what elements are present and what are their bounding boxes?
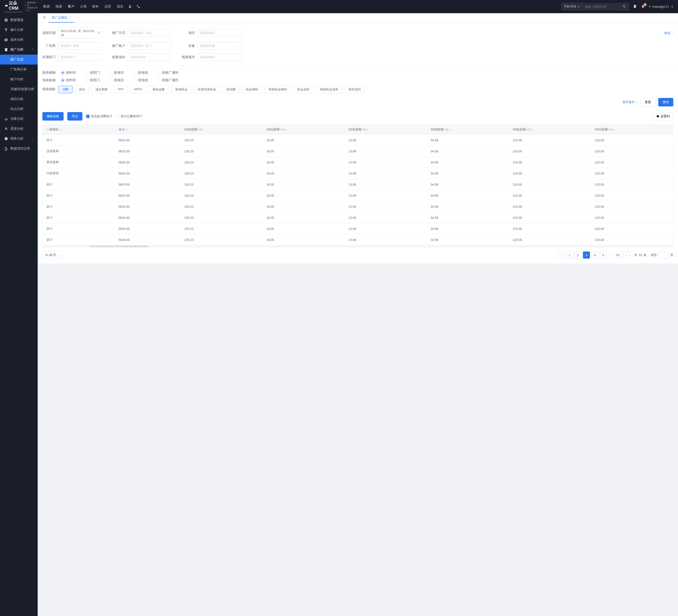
close-icon[interactable]: × [69, 16, 71, 20]
date-range-picker[interactable]: 2021-03-02 至 2021-03-16 [58, 27, 103, 38]
project-select[interactable]: 请选择项目⌄ [197, 29, 242, 37]
top-nav-item[interactable]: 数据 [43, 4, 50, 9]
x-axis-radio[interactable]: 按时间 [61, 71, 76, 75]
expand-conditions[interactable]: 展开条件⌄ [623, 100, 638, 104]
sidebar-item[interactable]: 渠道分析 [0, 124, 38, 134]
table-header[interactable]: 合计▲▼ [115, 124, 181, 135]
sidebar-item[interactable]: 数据流转记录 [0, 144, 38, 153]
collapse-link[interactable]: 收起⌃ [664, 31, 673, 35]
metric-tag[interactable]: 反馈无效机会 [194, 86, 220, 93]
user-menu[interactable]: manager11 ▼ [649, 5, 673, 8]
logo[interactable]: 云朵CRM www.yunduocrm.com 教育机构一站 式服务云平台 [5, 0, 38, 13]
sidebar-sub-item[interactable]: 站点分析 [0, 104, 38, 114]
switch-button[interactable]: 横纵切换 [42, 112, 64, 120]
table-header[interactable]: 3/02(星期一)▲▼ [181, 124, 263, 135]
mobile-icon[interactable] [633, 4, 637, 9]
y-axis-radio[interactable]: 按项目 [109, 78, 124, 82]
chevron-down-icon: ⌄ [98, 45, 100, 47]
phone-icon[interactable] [137, 4, 140, 9]
top-nav-item[interactable]: 运营 [105, 4, 111, 9]
metric-tag[interactable]: 新机会数 [149, 86, 169, 93]
metric-tag[interactable]: 消费 [59, 86, 73, 93]
x-axis-radio[interactable]: 按项目 [109, 71, 124, 75]
page-number[interactable]: 4 [591, 252, 598, 259]
sidebar-item[interactable]: 漏斗分析 [0, 25, 38, 35]
table-header[interactable]: 3/05(星期一)▲▼ [427, 124, 509, 135]
metric-tag[interactable]: 流水 [75, 86, 89, 93]
metric-tag[interactable]: 有效机会成本 [316, 86, 342, 93]
table-header[interactable]: 3/07(星期一)▲▼ [591, 124, 673, 135]
tab-label: 推广总预览 [52, 15, 67, 20]
y-axis-radio[interactable]: 按部门 [85, 78, 100, 82]
notification-icon[interactable]: 5 [641, 4, 645, 9]
device-select[interactable]: 请选择设备⌄ [197, 42, 242, 50]
page-jump-input[interactable] [658, 252, 669, 259]
table-cell: 130.23 [181, 223, 263, 234]
next-page[interactable]: › [623, 252, 630, 259]
top-nav-item[interactable]: 公海 [80, 4, 87, 9]
radio-icon [109, 71, 113, 74]
top-nav-item[interactable]: 报名 [117, 4, 123, 9]
menu-toggle[interactable] [40, 15, 48, 20]
metric-tag[interactable]: 成交单数 [91, 86, 112, 93]
y-axis-label: 报表纵轴 [42, 78, 55, 82]
x-axis-radio[interactable]: 按推广属性 [157, 71, 179, 75]
export-button[interactable]: 导出 [67, 112, 82, 120]
sidebar-sub-item[interactable]: 关键词/创意分析 [0, 84, 38, 94]
scrollbar[interactable] [43, 245, 673, 247]
deleted-checkbox[interactable]: 统计已删除用户 [116, 114, 142, 118]
metric-tag[interactable]: ARPU [130, 86, 146, 93]
dept-select[interactable]: 请选择部门⌄ [58, 53, 103, 61]
page-number[interactable]: 1 [566, 252, 573, 259]
method-select[interactable]: 请选择推广方式⌄ [127, 29, 172, 37]
account-select[interactable]: 请选择推广账户⌄ [127, 42, 172, 50]
metric-tag[interactable]: 机会成本 [293, 86, 313, 93]
y-axis-radio[interactable]: 按地域 [133, 78, 148, 82]
page-number[interactable]: 2 [574, 252, 581, 259]
sidebar-sub-item[interactable]: 广告商分析 [0, 65, 38, 74]
y-axis-radio[interactable]: 按推广属性 [157, 78, 179, 82]
metric-tag[interactable]: ROI [114, 86, 127, 93]
table-header[interactable]: 3/04(星期一)▲▼ [345, 124, 427, 135]
last-page[interactable]: 50 [614, 252, 622, 259]
page-number[interactable]: 5 [600, 252, 607, 259]
metric-tag[interactable]: 回访数 [223, 86, 240, 93]
metric-tag[interactable]: 有效机会销转 [265, 86, 291, 93]
top-nav-item[interactable]: 线索 [55, 4, 62, 9]
sidebar-item[interactable]: 数据看版 [0, 15, 38, 25]
sidebar-item[interactable]: 推广分析⌃ [0, 45, 38, 55]
search-type-select[interactable]: 手机号码 ▼ [561, 3, 582, 10]
table-header[interactable]: 3/06(星期一)▲▼ [509, 124, 591, 135]
page-size-select[interactable]: 10 条/页 ⌄ [42, 251, 62, 259]
cash-checkbox[interactable]: 按现金消费统计 [86, 114, 112, 118]
top-nav-item[interactable]: 客户 [68, 4, 74, 9]
sidebar-sub-item[interactable]: 账户分析 [0, 74, 38, 84]
x-axis-radio[interactable]: 按地域 [133, 71, 148, 75]
metric-tag[interactable]: 机会销转 [242, 86, 262, 93]
province-select[interactable]: 请选择省份⌄ [127, 53, 172, 61]
y-axis-radio[interactable]: 按时间 [61, 78, 76, 82]
table-header[interactable]: 一级项目▲▼ [43, 124, 115, 135]
sidebar-item[interactable]: 销售分析⌄ [0, 134, 38, 144]
top-nav-item[interactable]: 财务 [92, 4, 99, 9]
sidebar-item[interactable]: 访客分析 [0, 114, 38, 124]
settings-button[interactable]: 设置列 [652, 112, 673, 120]
user-icon[interactable] [128, 4, 132, 9]
sidebar-sub-item[interactable]: 推广总览 [0, 55, 38, 65]
page-number[interactable]: 3 [583, 252, 590, 259]
sidebar-sub-item[interactable]: 项目分析 [0, 94, 38, 104]
reset-button[interactable]: 重置 [640, 98, 655, 106]
x-axis-radio[interactable]: 按部门 [85, 71, 100, 75]
metric-tag[interactable]: 有效机会 [171, 86, 191, 93]
tab[interactable]: 推广总预览× [48, 13, 74, 23]
search-input[interactable] [582, 3, 620, 10]
search-button[interactable] [620, 3, 629, 10]
sidebar-item[interactable]: 成本分析 [0, 35, 38, 45]
table-header[interactable]: 3/03(星期一)▲▼ [262, 124, 345, 135]
prev-page[interactable]: ‹ [558, 252, 565, 259]
city-select[interactable]: 请选择城市⌄ [197, 53, 242, 61]
table-cell: 120.00 [591, 179, 673, 190]
advertiser-select[interactable]: 请选择广告商⌄ [58, 42, 103, 50]
metric-tag[interactable]: 报名成功 [345, 86, 365, 93]
query-button[interactable]: 查询 [658, 98, 673, 106]
